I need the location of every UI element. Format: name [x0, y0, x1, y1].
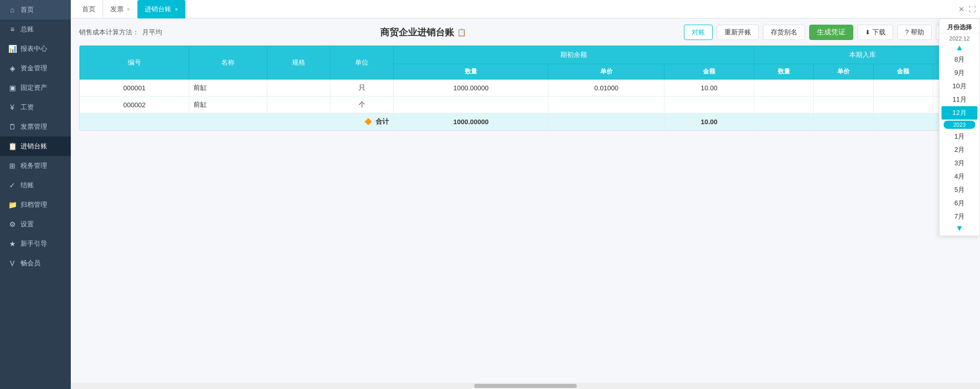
reopen-label: 重新开账 — [724, 28, 751, 37]
home-icon: ⌂ — [8, 6, 16, 14]
settle-icon: ✓ — [8, 181, 16, 189]
sidebar-item-settings[interactable]: ⚙ 设置 — [0, 215, 71, 234]
tab-invoice[interactable]: 发票 × — [103, 0, 138, 18]
assets-icon: ▣ — [8, 84, 16, 92]
col-number-header: 编号 — [80, 46, 189, 80]
sidebar-item-fixed-assets[interactable]: ▣ 固定资产 — [0, 78, 71, 98]
reconcile-label: 对账 — [692, 28, 705, 37]
tab-invoice-close[interactable]: × — [127, 6, 130, 12]
sidebar-item-invoice-management[interactable]: 🗒 发票管理 — [0, 117, 71, 137]
row1-init-price: 0.01000 — [548, 80, 664, 96]
content-area: 销售成本计算方法： 月平均 商贸企业进销台账 📋 对账 重新开账 存货别名 生成… — [71, 18, 980, 383]
month-8[interactable]: 8月 — [939, 53, 979, 66]
month-1[interactable]: 1月 — [939, 130, 979, 143]
month-4[interactable]: 4月 — [939, 170, 979, 183]
sidebar-item-member[interactable]: V 畅会员 — [0, 254, 71, 273]
row1-in-price — [814, 80, 873, 96]
month-7[interactable]: 7月 — [939, 210, 979, 223]
tab-invoice-label: 发票 — [110, 5, 124, 14]
invoice-icon: 🗒 — [8, 123, 16, 131]
cost-method-value: 月平均 — [142, 28, 162, 37]
month-6[interactable]: 6月 — [939, 197, 979, 210]
sidebar-item-label: 发票管理 — [21, 122, 47, 131]
month-nav-up-button[interactable]: ▲ — [955, 44, 964, 52]
row2-unit: 个 — [330, 96, 393, 113]
sidebar: ⌂ 首页 ≡ 总账 📊 报表中心 ◈ 资金管理 ▣ 固定资产 ¥ 工资 🗒 发票… — [0, 0, 71, 389]
generate-voucher-button[interactable]: 生成凭证 — [809, 25, 853, 40]
total-icon: 🔶 — [364, 118, 372, 125]
sidebar-item-home[interactable]: ⌂ 首页 — [0, 0, 71, 20]
sidebar-item-purchase-sales[interactable]: 📋 进销台账 — [0, 137, 71, 156]
sidebar-item-tax-management[interactable]: ⊞ 税务管理 — [0, 156, 71, 176]
generate-voucher-label: 生成凭证 — [817, 28, 846, 37]
total-init-qty: 1000.00000 — [394, 113, 548, 130]
row2-in-price — [814, 96, 873, 113]
tab-home[interactable]: 首页 — [75, 0, 103, 18]
table-row: 000001 前缸 只 1000.00000 0.01000 10.00 — [80, 80, 971, 96]
row2-in-qty — [754, 96, 813, 113]
sidebar-item-report-center[interactable]: 📊 报表中心 — [0, 39, 71, 59]
month-12[interactable]: 12月 — [942, 106, 977, 120]
month-panel-title: 月份选择 — [939, 21, 979, 33]
row1-init-amount: 10.00 — [664, 80, 754, 96]
close-button[interactable]: ✕ — [958, 5, 965, 13]
maximize-button[interactable]: ⛶ — [969, 5, 976, 13]
month-10[interactable]: 10月 — [939, 80, 979, 93]
period-start-price-header: 单价 — [548, 64, 664, 80]
tab-purchase-sales-label: 进销台账 — [145, 5, 171, 14]
row1-init-qty: 1000.00000 — [394, 80, 548, 96]
sidebar-item-archive[interactable]: 📁 归档管理 — [0, 195, 71, 215]
help-button[interactable]: ? 帮助 — [897, 25, 932, 40]
sidebar-item-general-ledger[interactable]: ≡ 总账 — [0, 20, 71, 39]
month-9[interactable]: 9月 — [939, 66, 979, 80]
save-alias-button[interactable]: 存货别名 — [763, 25, 805, 40]
window-controls: ✕ ⛶ — [958, 5, 976, 13]
period-in-qty-header: 数量 — [754, 64, 813, 80]
page-title-icon[interactable]: 📋 — [457, 28, 466, 36]
total-init-price — [548, 113, 664, 130]
row2-init-qty — [394, 96, 548, 113]
guide-icon: ★ — [8, 240, 16, 248]
sidebar-item-guide[interactable]: ★ 新手引导 — [0, 234, 71, 254]
download-button[interactable]: ⬇ 下载 — [857, 25, 893, 40]
sidebar-item-salary[interactable]: ¥ 工资 — [0, 98, 71, 117]
row1-name: 前缸 — [189, 80, 267, 96]
scrollbar-thumb[interactable] — [474, 384, 577, 388]
row1-id: 000001 — [80, 80, 189, 96]
sidebar-item-label: 畅会员 — [21, 259, 41, 268]
sidebar-item-label: 工资 — [21, 103, 34, 112]
period-start-amount-header: 金额 — [664, 64, 754, 80]
reopen-button[interactable]: 重新开账 — [717, 25, 759, 40]
main-area: 首页 发票 × 进销台账 × ✕ ⛶ 销售成本计算方法： 月平均 商贸企业进销台… — [71, 0, 980, 389]
month-2[interactable]: 2月 — [939, 143, 979, 157]
tab-purchase-sales[interactable]: 进销台账 × — [138, 0, 185, 18]
sidebar-item-label: 归档管理 — [21, 200, 47, 209]
total-row: 🔶 合计 1000.00000 10.00 — [80, 113, 971, 130]
month-nav-down: ▼ — [939, 223, 979, 234]
row2-name: 前缸 — [189, 96, 267, 113]
month-nav-down-button[interactable]: ▼ — [955, 224, 964, 232]
sidebar-item-label: 固定资产 — [21, 83, 47, 92]
month-panel-year-2022: 2022.12 — [939, 34, 979, 43]
sidebar-item-label: 总账 — [21, 25, 34, 34]
sidebar-item-label: 新手引导 — [21, 239, 47, 248]
month-3[interactable]: 3月 — [939, 157, 979, 170]
horizontal-scrollbar[interactable] — [71, 383, 980, 389]
row2-spec — [267, 96, 330, 113]
sidebar-item-fund-management[interactable]: ◈ 资金管理 — [0, 59, 71, 78]
month-5[interactable]: 5月 — [939, 183, 979, 197]
sidebar-item-settle[interactable]: ✓ 结账 — [0, 176, 71, 195]
table-row: 000002 前缸 个 — [80, 96, 971, 113]
period-start-qty-header: 数量 — [394, 64, 548, 80]
sidebar-item-label: 税务管理 — [21, 161, 47, 170]
page-title-text: 商贸企业进销台账 — [380, 26, 454, 38]
salary-icon: ¥ — [8, 103, 16, 111]
total-label: 🔶 合计 — [80, 113, 394, 130]
tab-purchase-sales-close[interactable]: × — [174, 6, 178, 12]
month-11[interactable]: 11月 — [939, 93, 979, 106]
period-in-amount-header: 金额 — [873, 64, 933, 80]
row1-spec — [267, 80, 330, 96]
settings-icon: ⚙ — [8, 220, 16, 228]
reconcile-button[interactable]: 对账 — [684, 25, 713, 40]
toolbar: 对账 重新开账 存货别名 生成凭证 ⬇ 下载 ? 帮助 — [684, 25, 972, 40]
